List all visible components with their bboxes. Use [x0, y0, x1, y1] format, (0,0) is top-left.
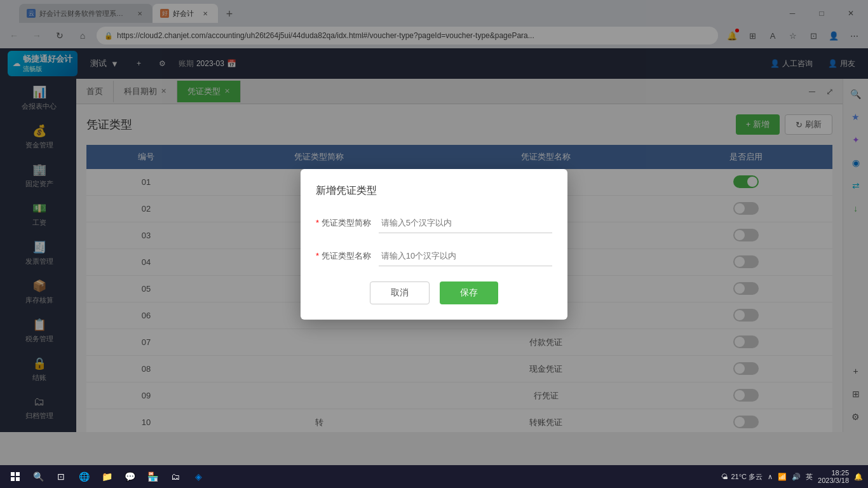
dialog-actions: 取消 保存	[316, 281, 552, 304]
search-taskbar-button[interactable]: 🔍	[28, 468, 48, 485]
short-name-label: 凭证类型简称	[316, 217, 371, 229]
svg-rect-1	[16, 472, 20, 476]
svg-rect-2	[11, 477, 15, 481]
notification-icon[interactable]: 🔔	[854, 473, 863, 481]
wechat-button[interactable]: 💬	[119, 468, 140, 485]
full-name-label: 凭证类型名称	[316, 250, 371, 262]
full-name-input[interactable]	[379, 246, 552, 266]
svg-rect-3	[16, 477, 20, 481]
taskbar-right: 🌤 21°C 多云 ∧ 📶 🔊 英 18:25 2023/3/18 🔔	[721, 469, 863, 484]
start-button[interactable]	[5, 468, 25, 485]
sound-icon: 🔊	[792, 473, 801, 481]
dialog-title: 新增凭证类型	[316, 184, 552, 198]
cancel-button[interactable]: 取消	[370, 281, 430, 304]
short-name-input[interactable]	[379, 213, 552, 233]
chrome-button[interactable]: 🌐	[74, 468, 94, 485]
language-indicator: 英	[806, 472, 813, 482]
signal-icon: 📶	[778, 473, 787, 481]
weather-icon: 🌤	[721, 473, 728, 480]
weather-text: 21°C 多云	[731, 472, 763, 482]
dialog-overlay: 新增凭证类型 凭证类型简称 凭证类型名称 取消 保存	[0, 0, 868, 488]
task-view-button[interactable]: ⊡	[51, 468, 71, 485]
new-voucher-dialog: 新增凭证类型 凭证类型简称 凭证类型名称 取消 保存	[301, 169, 567, 320]
taskbar-clock[interactable]: 18:25 2023/3/18	[818, 469, 849, 484]
clock-date: 2023/3/18	[818, 477, 849, 484]
store-button[interactable]: 🏪	[142, 468, 163, 485]
clock-time: 18:25	[818, 469, 849, 477]
save-button[interactable]: 保存	[440, 281, 498, 304]
files-button[interactable]: 🗂	[165, 468, 186, 485]
taskbar: 🔍 ⊡ 🌐 📁 💬 🏪 🗂 ◈ 🌤 21°C 多云 ∧ 📶 🔊 英 18:25 …	[0, 465, 868, 488]
full-name-row: 凭证类型名称	[316, 246, 552, 266]
taskbar-arrows[interactable]: ∧	[768, 473, 773, 481]
explorer-button[interactable]: 📁	[97, 468, 117, 485]
short-name-row: 凭证类型简称	[316, 213, 552, 233]
svg-rect-0	[11, 472, 15, 476]
weather-info: 🌤 21°C 多云	[721, 472, 763, 482]
edge-button[interactable]: ◈	[188, 468, 208, 485]
